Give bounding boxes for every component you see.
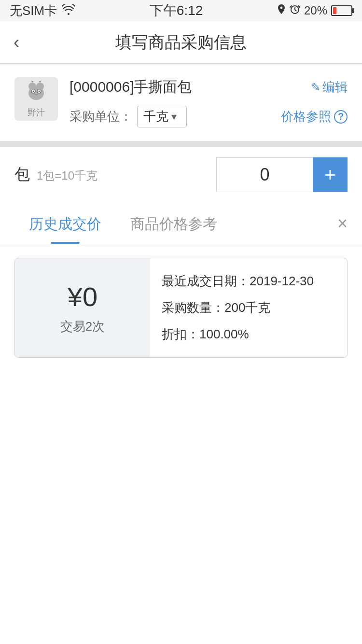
history-recent-date: 最近成交日期：2019-12-30 [162, 272, 335, 291]
status-left: 无SIM卡 [10, 2, 75, 19]
history-transaction-count: 交易2次 [60, 318, 105, 335]
svg-point-6 [33, 91, 34, 92]
status-bar: 无SIM卡 下午6:12 20% [0, 0, 362, 21]
status-time: 下午6:12 [150, 1, 203, 20]
quantity-label: 包 1包=10千克 [14, 164, 97, 185]
purchase-qty-label: 采购数量： [162, 300, 224, 315]
unit-dropdown[interactable]: 千克 ▾ [137, 106, 187, 127]
history-purchase-qty: 采购数量：200千克 [162, 298, 335, 317]
tab-close-button[interactable]: × [337, 215, 348, 232]
discount-label: 折扣： [162, 327, 199, 341]
product-info: [0000006]手撕面包 ✎ 编辑 采购单位： 千克 ▾ 价格参照 ? [70, 77, 348, 127]
carrier-text: 无SIM卡 [10, 2, 57, 19]
battery-percent: 20% [304, 4, 327, 17]
separator-bar [0, 141, 362, 147]
quantity-unit-label: 包 [14, 164, 30, 185]
wifi-icon [62, 3, 75, 18]
product-card: 野汁 [0000006]手撕面包 ✎ 编辑 采购单位： 千克 ▾ [0, 64, 362, 141]
quantity-input-group: + [216, 157, 348, 192]
history-card: ¥0 交易2次 最近成交日期：2019-12-30 采购数量：200千克 折扣：… [14, 258, 348, 358]
quantity-conversion: 1包=10千克 [37, 168, 97, 183]
product-header: 野汁 [0000006]手撕面包 ✎ 编辑 采购单位： 千克 ▾ [14, 77, 348, 127]
price-ref-icon: ? [334, 110, 348, 124]
history-discount: 折扣：100.00% [162, 325, 335, 344]
page-title: 填写商品采购信息 [115, 31, 247, 54]
svg-point-9 [36, 83, 44, 90]
product-full-name: [0000006]手撕面包 [70, 77, 192, 97]
tab-history-price[interactable]: 历史成交价 [14, 203, 116, 244]
svg-point-8 [28, 83, 36, 90]
discount-value: 100.00% [199, 327, 249, 341]
product-name-row: [0000006]手撕面包 ✎ 编辑 [70, 77, 348, 97]
unit-value: 千克 [143, 108, 168, 125]
alarm-icon [290, 4, 300, 17]
plus-icon: + [324, 164, 335, 186]
price-reference-button[interactable]: 价格参照 ? [281, 108, 348, 125]
quantity-row: 包 1包=10千克 + [0, 147, 362, 203]
product-thumbnail: 野汁 [14, 77, 58, 121]
price-ref-label: 价格参照 [281, 108, 331, 125]
edit-button[interactable]: ✎ 编辑 [311, 79, 348, 96]
tab-price-ref-label: 商品价格参考 [130, 216, 217, 232]
product-thumb-label: 野汁 [28, 107, 45, 118]
product-unit-row: 采购单位： 千克 ▾ 价格参照 ? [70, 106, 348, 127]
nav-bar: ‹ 填写商品采购信息 [0, 21, 362, 64]
location-icon [277, 4, 286, 17]
history-price: ¥0 [68, 281, 97, 312]
back-button[interactable]: ‹ [14, 32, 19, 53]
tab-history-label: 历史成交价 [29, 216, 101, 232]
bottom-content [0, 371, 362, 644]
edit-icon: ✎ [311, 81, 320, 94]
recent-date-value: 2019-12-30 [250, 274, 314, 288]
purchase-qty-value: 200千克 [224, 300, 270, 315]
history-card-right: 最近成交日期：2019-12-30 采购数量：200千克 折扣：100.00% [150, 258, 347, 357]
quantity-input[interactable] [216, 157, 313, 192]
tab-section: 历史成交价 商品价格参考 × ¥0 交易2次 最近成交日期：2019-12-30… [0, 203, 362, 371]
unit-selector: 采购单位： 千克 ▾ [70, 106, 187, 127]
unit-dropdown-arrow: ▾ [171, 111, 177, 123]
svg-point-7 [39, 91, 40, 92]
history-content: ¥0 交易2次 最近成交日期：2019-12-30 采购数量：200千克 折扣：… [0, 244, 362, 371]
recent-date-label: 最近成交日期： [162, 274, 250, 288]
history-card-left: ¥0 交易2次 [15, 258, 150, 357]
unit-label: 采购单位： [70, 108, 132, 125]
battery-icon [331, 5, 352, 16]
quantity-plus-button[interactable]: + [313, 157, 348, 192]
edit-label: 编辑 [322, 79, 348, 96]
tab-header: 历史成交价 商品价格参考 × [0, 203, 362, 244]
tab-product-price-ref[interactable]: 商品价格参考 [116, 203, 232, 244]
status-right: 20% [277, 4, 352, 17]
product-thumb-icon [25, 80, 48, 105]
